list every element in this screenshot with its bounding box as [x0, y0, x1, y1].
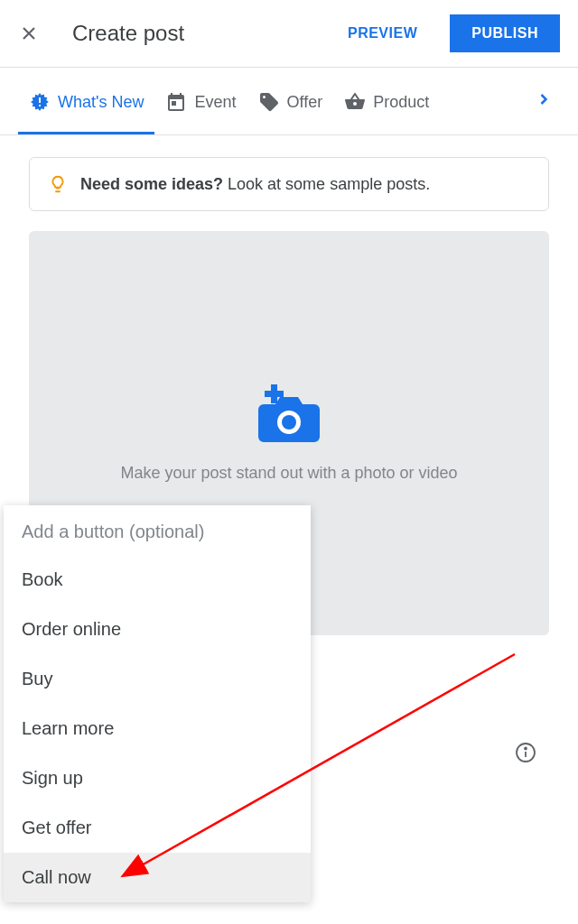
- preview-button[interactable]: PREVIEW: [337, 18, 428, 49]
- ideas-banner[interactable]: Need some ideas? Look at some sample pos…: [29, 157, 549, 211]
- tab-label: Event: [194, 93, 236, 112]
- svg-rect-6: [265, 391, 284, 397]
- info-icon[interactable]: [515, 742, 536, 763]
- svg-rect-0: [39, 97, 41, 103]
- tab-label: Product: [373, 93, 429, 112]
- ideas-rest: Look at some sample posts.: [223, 175, 430, 193]
- tab-product[interactable]: Product: [333, 68, 440, 134]
- calendar-icon: [165, 91, 187, 113]
- tag-icon: [258, 91, 280, 113]
- dropdown-item-book[interactable]: Book: [4, 555, 311, 605]
- close-icon[interactable]: [18, 23, 40, 44]
- tab-whats-new[interactable]: What's New: [18, 68, 154, 134]
- page-title: Create post: [72, 21, 337, 46]
- svg-point-4: [282, 415, 296, 430]
- tab-offer[interactable]: Offer: [247, 68, 334, 134]
- tab-label: What's New: [58, 93, 144, 112]
- dropdown-item-buy[interactable]: Buy: [4, 654, 311, 704]
- dropdown-item-learn-more[interactable]: Learn more: [4, 704, 311, 753]
- dropdown-header: Add a button (optional): [4, 505, 311, 555]
- button-dropdown: Add a button (optional) Book Order onlin…: [4, 505, 311, 902]
- svg-rect-1: [39, 105, 41, 106]
- starburst-icon: [29, 91, 51, 113]
- add-photo-icon: [255, 384, 323, 448]
- ideas-bold: Need some ideas?: [80, 175, 223, 193]
- tabs: What's New Event Offer Product: [0, 68, 578, 135]
- publish-button[interactable]: PUBLISH: [450, 14, 560, 52]
- tab-label: Offer: [287, 93, 323, 112]
- svg-rect-2: [172, 101, 176, 106]
- basket-icon: [344, 91, 366, 113]
- chevron-right-icon[interactable]: [527, 83, 560, 119]
- dropdown-item-call-now[interactable]: Call now: [4, 853, 311, 902]
- header: Create post PREVIEW PUBLISH: [0, 0, 578, 68]
- dropdown-item-get-offer[interactable]: Get offer: [4, 803, 311, 853]
- ideas-text: Need some ideas? Look at some sample pos…: [80, 175, 430, 194]
- svg-point-9: [525, 748, 527, 750]
- dropdown-item-sign-up[interactable]: Sign up: [4, 753, 311, 803]
- lightbulb-icon: [48, 174, 68, 194]
- media-caption: Make your post stand out with a photo or…: [120, 464, 457, 483]
- dropdown-item-order-online[interactable]: Order online: [4, 605, 311, 654]
- tab-event[interactable]: Event: [154, 68, 247, 134]
